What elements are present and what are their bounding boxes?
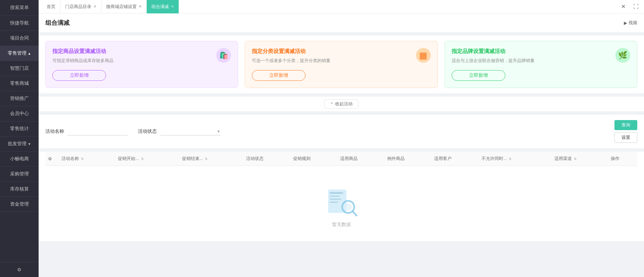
svg-rect-2 bbox=[330, 196, 340, 197]
activity-status-label: 活动状态 bbox=[138, 128, 157, 134]
sidebar: 搜索菜单 快捷导航 项目合同 零售管理 ▲ 智慧门店 零售商城 营销推广 会员中… bbox=[0, 0, 39, 277]
col-activity-status: 活动状态 bbox=[243, 152, 290, 166]
col-promo-start[interactable]: 促销开始... ⇅ bbox=[115, 152, 179, 166]
activity-status-field: 活动状态 ▼ bbox=[138, 128, 221, 135]
col-applicable-customer: 适用客户 bbox=[431, 152, 478, 166]
page-title: 组合满减 bbox=[45, 19, 70, 27]
cards-section: 🛍️ 指定商品设置满减活动 可指定滞销商品或库存较多商品 立即新增 ▦ 指定分类… bbox=[39, 36, 644, 93]
empty-state-row: 暂无数据 bbox=[45, 166, 637, 241]
chevron-up-icon: ▲ bbox=[28, 52, 31, 55]
close-icon[interactable]: ✕ bbox=[171, 4, 174, 9]
chevron-down-icon: ▼ bbox=[28, 142, 31, 146]
sidebar-item-member-center[interactable]: 会员中心 bbox=[0, 106, 39, 121]
query-button[interactable]: 查询 bbox=[614, 120, 637, 130]
tab-bar-actions: ✕ ⛶ bbox=[618, 2, 641, 11]
empty-text: 暂无数据 bbox=[332, 222, 351, 228]
col-promo-rule: 促销规则 bbox=[290, 152, 337, 166]
gear-icon: ⚙ bbox=[17, 267, 21, 272]
sidebar-item-quick-nav[interactable]: 快捷导航 bbox=[0, 16, 39, 31]
svg-line-6 bbox=[353, 211, 357, 216]
sidebar-item-retail-stats[interactable]: 零售统计 bbox=[0, 121, 39, 136]
sidebar-item-marketing[interactable]: 营销推广 bbox=[0, 91, 39, 106]
video-button[interactable]: ▶ 视频 bbox=[624, 20, 637, 26]
tab-store-catalog[interactable]: 门店商品目录 ✕ bbox=[60, 0, 101, 13]
col-not-allow-same[interactable]: 不允许同时... ⇅ bbox=[479, 152, 552, 166]
tab-bar: 首页 门店商品目录 ✕ 微商城店铺设置 ✕ 组合满减 ✕ ✕ ⛶ bbox=[39, 0, 644, 13]
sidebar-item-smart-store[interactable]: 智慧门店 bbox=[0, 61, 39, 76]
close-icon[interactable]: ✕ bbox=[93, 4, 96, 9]
setting-button[interactable]: 设置 bbox=[614, 132, 637, 143]
brand-card-icon: 🌿 bbox=[615, 48, 630, 63]
col-exception-goods: 例外商品 bbox=[384, 152, 431, 166]
brand-card-desc: 适合与上游企业联合做营销，提升品牌销量 bbox=[452, 58, 630, 65]
product-card-add-button[interactable]: 立即新增 bbox=[52, 70, 106, 81]
category-card-icon: ▦ bbox=[416, 48, 431, 63]
main-area: 首页 门店商品目录 ✕ 微商城店铺设置 ✕ 组合满减 ✕ ✕ ⛶ 组合满减 ▶ … bbox=[39, 0, 644, 277]
activity-status-select[interactable]: ▼ bbox=[160, 128, 221, 135]
table-section: ⚙ 活动名称 ⇅ 促销开始... ⇅ 促销结束... ⇅ bbox=[39, 152, 644, 241]
cards-row: 🛍️ 指定商品设置满减活动 可指定滞销商品或库存较多商品 立即新增 ▦ 指定分类… bbox=[45, 41, 637, 88]
sort-icon: ⇅ bbox=[574, 157, 577, 161]
tab-home[interactable]: 首页 bbox=[42, 0, 60, 13]
collapse-activities-button[interactable]: ⌃ 收起活动 bbox=[324, 99, 358, 109]
category-card-add-button[interactable]: 立即新增 bbox=[252, 70, 306, 81]
category-card-title: 指定分类设置满减活动 bbox=[252, 48, 430, 55]
col-operations: 操作 bbox=[608, 152, 637, 166]
activity-name-field: 活动名称 bbox=[45, 127, 128, 135]
tab-combo-discount[interactable]: 组合满减 ✕ bbox=[147, 0, 179, 13]
page-header: 组合满减 ▶ 视频 bbox=[39, 13, 644, 32]
chevron-up-icon: ⌃ bbox=[330, 102, 334, 107]
col-applicable-goods: 适用商品 bbox=[337, 152, 384, 166]
sidebar-item-project-contract[interactable]: 项目合同 bbox=[0, 31, 39, 46]
empty-state: 暂无数据 bbox=[45, 166, 637, 241]
col-applicable-channel[interactable]: 适用渠道 ⇅ bbox=[552, 152, 608, 166]
brand-card-add-button[interactable]: 立即新增 bbox=[452, 70, 505, 81]
sidebar-item-finance-mgmt[interactable]: 资金管理 bbox=[0, 197, 39, 212]
search-actions: 查询 设置 bbox=[614, 120, 637, 143]
collapse-bar: ⌃ 收起活动 bbox=[39, 97, 644, 111]
svg-point-7 bbox=[344, 203, 352, 211]
sidebar-settings-button[interactable]: ⚙ bbox=[0, 262, 39, 277]
sidebar-item-wholesale-mgmt[interactable]: 批发管理 ▼ bbox=[0, 136, 39, 152]
table-body: 暂无数据 bbox=[45, 166, 637, 241]
empty-illustration bbox=[323, 186, 360, 216]
brand-card: 🌿 指定品牌设置满减活动 适合与上游企业联合做营销，提升品牌销量 立即新增 bbox=[445, 41, 637, 88]
play-icon: ▶ bbox=[624, 20, 627, 25]
content-area: 组合满减 ▶ 视频 🛍️ 指定商品设置满减活动 可指定滞销商品或库存较多商品 立… bbox=[39, 13, 644, 277]
sidebar-item-inventory-calc[interactable]: 库存核算 bbox=[0, 182, 39, 197]
search-bar: 活动名称 活动状态 ▼ 查询 设置 bbox=[39, 115, 644, 148]
sort-icon: ⇅ bbox=[81, 157, 84, 161]
data-table: ⚙ 活动名称 ⇅ 促销开始... ⇅ 促销结束... ⇅ bbox=[45, 152, 637, 241]
sidebar-search[interactable]: 搜索菜单 bbox=[0, 0, 39, 16]
activity-name-label: 活动名称 bbox=[45, 128, 64, 134]
table-header-row: ⚙ 活动名称 ⇅ 促销开始... ⇅ 促销结束... ⇅ bbox=[45, 152, 637, 166]
chevron-down-icon: ▼ bbox=[217, 129, 221, 134]
sidebar-item-retail-mall[interactable]: 零售商城 bbox=[0, 76, 39, 91]
product-card-desc: 可指定滞销商品或库存较多商品 bbox=[52, 58, 231, 65]
sort-icon: ⇅ bbox=[205, 157, 208, 161]
brand-card-title: 指定品牌设置满减活动 bbox=[452, 48, 630, 55]
sidebar-item-retail-mgmt[interactable]: 零售管理 ▲ bbox=[0, 46, 39, 61]
maximize-window-button[interactable]: ⛶ bbox=[631, 2, 641, 11]
sidebar-item-xiaochang-ecom[interactable]: 小畅电商 bbox=[0, 152, 39, 167]
category-card: ▦ 指定分类设置满减活动 可选一个或者多个分类，提升分类的销量 立即新增 bbox=[245, 41, 438, 88]
activity-name-input[interactable] bbox=[67, 127, 128, 135]
svg-rect-1 bbox=[330, 192, 343, 194]
svg-rect-4 bbox=[330, 202, 338, 203]
tab-wechat-settings[interactable]: 微商城店铺设置 ✕ bbox=[101, 0, 147, 13]
sort-icon: ⇅ bbox=[509, 157, 511, 161]
close-icon[interactable]: ✕ bbox=[139, 4, 142, 9]
col-activity-name[interactable]: 活动名称 ⇅ bbox=[59, 152, 115, 166]
col-promo-end[interactable]: 促销结束... ⇅ bbox=[179, 152, 243, 166]
category-card-desc: 可选一个或者多个分类，提升分类的销量 bbox=[252, 58, 430, 65]
sidebar-item-purchase-mgmt[interactable]: 采购管理 bbox=[0, 167, 39, 182]
svg-rect-3 bbox=[330, 199, 341, 200]
product-card-icon: 🛍️ bbox=[216, 48, 231, 63]
product-card-title: 指定商品设置满减活动 bbox=[52, 48, 231, 55]
gear-icon: ⚙ bbox=[48, 156, 52, 161]
col-settings[interactable]: ⚙ bbox=[45, 152, 59, 166]
close-window-button[interactable]: ✕ bbox=[618, 2, 628, 11]
sort-icon: ⇅ bbox=[141, 157, 144, 161]
product-card: 🛍️ 指定商品设置满减活动 可指定滞销商品或库存较多商品 立即新增 bbox=[45, 41, 238, 88]
